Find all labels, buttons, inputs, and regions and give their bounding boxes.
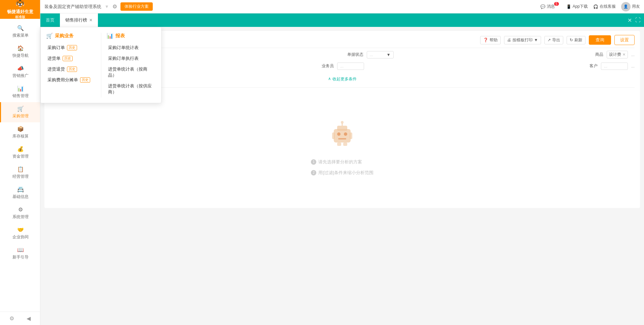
sidebar-item-finance[interactable]: 💰 资金管理 <box>0 143 40 163</box>
print-btn[interactable]: 🖨 按模板打印 ▼ <box>504 36 541 44</box>
report-menu-icon: 📊 <box>107 33 113 39</box>
message-icon: 💬 <box>540 4 545 9</box>
industry-btn[interactable]: 体验行业方案 <box>120 2 153 11</box>
menu-return[interactable]: 进货退货 历史 <box>46 64 96 75</box>
print-label: 按模板打印 <box>512 37 533 43</box>
export-icon: ↗ <box>547 38 551 42</box>
sidebar-item-inventory[interactable]: 📦 库存核算 <box>0 122 40 143</box>
goods-chip: 设计费 ✕ <box>607 51 628 58</box>
customer-placeholder: ... <box>604 64 625 69</box>
export-btn[interactable]: ↗ 导出 <box>544 36 563 44</box>
marketing-icon: 📣 <box>17 65 24 72</box>
sidebar-settings-btn[interactable]: ⚙ <box>9 315 14 322</box>
tab-home[interactable]: 首页 <box>40 13 60 27</box>
menu-purchase-order[interactable]: 采购订单 历史 <box>46 42 96 53</box>
query-btn[interactable]: 查询 <box>589 35 611 45</box>
app-download-btn[interactable]: 📱 App下载 <box>566 4 588 9</box>
print-icon: 🖨 <box>507 38 511 42</box>
sidebar-label-sales: 销售管理 <box>12 93 29 99</box>
goods-more-btn[interactable]: ... <box>631 52 635 57</box>
customer-select[interactable]: ... <box>601 63 628 70</box>
dropdown-divider <box>101 33 101 97</box>
empty-state: 1 请先选择要分析的方案 2 用[过滤]条件来缩小分析范围 <box>50 90 635 204</box>
empty-text: 1 请先选择要分析的方案 2 用[过滤]条件来缩小分析范围 <box>311 158 373 177</box>
sidebar-item-marketing[interactable]: 📣 营销推广 <box>0 62 40 82</box>
refresh-btn[interactable]: ↻ 刷新 <box>567 36 585 44</box>
menu-incoming-stat-supplier-label: 进货单统计表（按供应商） <box>108 83 155 95</box>
svg-rect-8 <box>343 143 347 146</box>
menu-purchase-expense[interactable]: 采购费用分摊单 历史 <box>46 75 96 85</box>
sidebar-label-search: 搜索菜单 <box>12 33 29 38</box>
purchase-menu-icon: 🛒 <box>46 33 53 39</box>
goods-label: 商品 <box>595 52 603 57</box>
sidebar-item-purchase[interactable]: 🛒 采购管理 <box>0 102 40 122</box>
menu-purchase-expense-label: 采购费用分摊单 <box>47 77 78 83</box>
dropdown-col-purchase: 🛒 采购业务 采购订单 历史 进货单 历史 进货退货 历史 采购费用分摊单 历史 <box>46 33 96 97</box>
logo-text: 畅捷通好生意 <box>7 9 33 15</box>
sidebar-item-operation[interactable]: 📋 经营管理 <box>0 163 40 183</box>
message-badge: 5 <box>554 2 559 6</box>
empty-hint2: 2 用[过滤]条件来缩小分析范围 <box>311 168 373 177</box>
sidebar-item-quick-nav[interactable]: 🏠 快捷导航 <box>0 42 40 62</box>
setting-btn[interactable]: 设置 <box>614 35 635 45</box>
logo-icon: 🐯 <box>15 0 25 8</box>
salesperson-label: 业务员 <box>322 63 334 69</box>
message-btn[interactable]: 💬 消息 5 <box>540 4 561 9</box>
sidebar-item-basic[interactable]: 📇 基础信息 <box>0 183 40 203</box>
help-btn[interactable]: ❓ 帮助 <box>480 36 501 44</box>
salesperson-select[interactable]: ... <box>337 63 364 70</box>
menu-incoming-stat-goods[interactable]: 进货单统计表（按商品） <box>107 64 156 81</box>
sales-icon: 📊 <box>17 85 24 92</box>
sidebar-bottom: ⚙ ◀ <box>0 312 40 325</box>
guide-icon: 📖 <box>17 247 24 253</box>
collapse-up-icon: ∧ <box>328 76 331 82</box>
tab-expand-icon[interactable]: ⛶ <box>635 17 641 23</box>
purchase-icon: 🛒 <box>17 106 24 112</box>
basic-icon: 📇 <box>17 186 24 193</box>
hist-badge-2: 历史 <box>63 56 73 61</box>
sidebar-item-guide[interactable]: 📖 新手引导 <box>0 243 40 263</box>
dropdown-col-report: 📊 报表 采购订单统计表 采购订单执行表 进货单统计表（按商品） 进货单统计表（… <box>107 33 156 97</box>
tab-close-all-icon[interactable]: ✕ <box>628 17 632 24</box>
menu-purchase-order-exec[interactable]: 采购订单执行表 <box>107 53 156 64</box>
sidebar-item-search[interactable]: 🔍 搜索菜单 <box>0 22 40 42</box>
tab-close-icon[interactable]: ✕ <box>89 18 93 23</box>
goods-chip-close[interactable]: ✕ <box>622 52 625 57</box>
home-icon: 🏠 <box>17 45 24 51</box>
hist-badge-3: 历史 <box>67 67 77 72</box>
customer-label: 客户 <box>589 63 598 69</box>
settings-gear-icon[interactable]: ⚙ <box>112 3 117 10</box>
order-status-select[interactable]: ... ▼ <box>367 51 394 58</box>
message-label: 消息 <box>547 4 555 9</box>
order-status-dropdown-icon: ▼ <box>387 52 391 57</box>
sidebar-item-sales[interactable]: 📊 销售管理 <box>0 82 40 102</box>
sidebar: 🐯 畅捷通好生意 标准版 🔍 搜索菜单 🏠 快捷导航 📣 营销推广 📊 销售管理… <box>0 0 40 325</box>
svg-rect-1 <box>337 126 347 131</box>
online-service-btn[interactable]: 🎧 在线客服 <box>593 4 616 9</box>
customer-more-btn[interactable]: ... <box>631 64 635 69</box>
order-status-label: 单据状态 <box>347 52 363 57</box>
sidebar-item-system[interactable]: ⚙ 系统管理 <box>0 203 40 223</box>
dropdown-purchase-title: 🛒 采购业务 <box>46 33 96 39</box>
headset-icon: 🎧 <box>593 4 598 9</box>
bullet2: 2 <box>311 170 316 175</box>
menu-purchase-order-stat[interactable]: 采购订单统计表 <box>107 42 156 53</box>
svg-rect-6 <box>350 132 352 139</box>
sidebar-collapse-btn[interactable]: ◀ <box>27 315 31 322</box>
menu-incoming-stat-supplier[interactable]: 进货单统计表（按供应商） <box>107 81 156 97</box>
user-btn[interactable]: 👤 用友 <box>621 2 640 11</box>
sidebar-label-guide: 新手引导 <box>12 254 29 260</box>
tab-sales-ranking[interactable]: 销售排行榜 ✕ <box>60 13 98 27</box>
hist-badge-1: 历史 <box>67 45 77 50</box>
sidebar-logo: 🐯 畅捷通好生意 标准版 <box>0 0 40 19</box>
sidebar-item-enterprise[interactable]: 🤝 企业协同 <box>0 223 40 243</box>
phone-icon: 📱 <box>566 4 571 9</box>
tab-bar: 首页 销售排行榜 ✕ ✕ ⛶ <box>40 13 644 27</box>
menu-incoming[interactable]: 进货单 历史 <box>46 53 96 64</box>
menu-purchase-order-stat-label: 采购订单统计表 <box>108 45 139 51</box>
svg-point-3 <box>344 132 347 136</box>
user-label: 用友 <box>632 4 640 9</box>
avatar: 👤 <box>621 2 631 11</box>
bullet1: 1 <box>311 159 316 165</box>
menu-incoming-stat-goods-label: 进货单统计表（按商品） <box>108 66 155 78</box>
